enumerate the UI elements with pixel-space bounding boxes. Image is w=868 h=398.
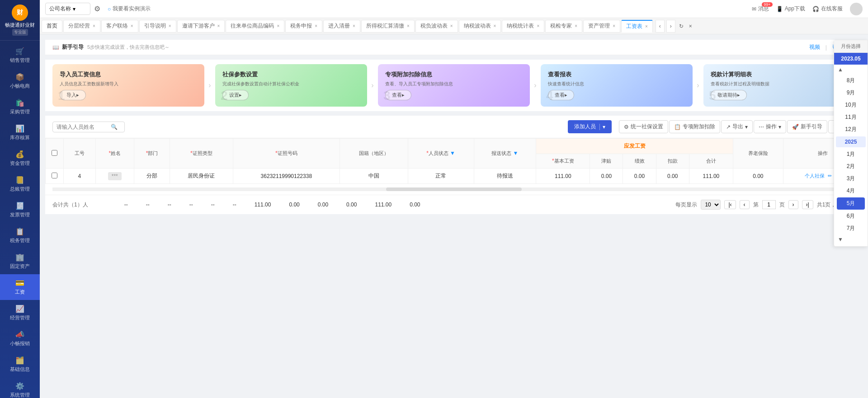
tab-zi-chan[interactable]: 资产管理 ×: [583, 20, 620, 33]
tab-na-shui-ji[interactable]: 纳税统计表 ×: [502, 20, 544, 33]
export-btn[interactable]: ↗ 导出 ▾: [721, 120, 753, 133]
tab-close-icon[interactable]: ×: [613, 23, 615, 28]
tab-home[interactable]: 首页: [42, 20, 62, 33]
tab-close-icon[interactable]: ×: [537, 23, 539, 28]
page-prev-btn[interactable]: ‹: [740, 200, 750, 209]
tab-yao-qing[interactable]: 邀请下游客户 ×: [177, 20, 225, 33]
search-input[interactable]: [57, 124, 111, 130]
add-person-btn[interactable]: 添加人员 ▾: [568, 120, 612, 133]
month-item-7[interactable]: 7月: [834, 222, 868, 234]
tab-close-icon[interactable]: ×: [277, 23, 279, 28]
month-item-11[interactable]: 11月: [834, 111, 868, 123]
tab-fen-ceng[interactable]: 分层经营 ×: [63, 20, 100, 33]
sidebar-item-invoice[interactable]: 🧾 发票管理: [0, 197, 40, 223]
search-icon[interactable]: 🔍: [111, 124, 118, 130]
tab-close-icon[interactable]: ×: [494, 23, 496, 28]
scrollbar-thumb[interactable]: [386, 187, 522, 191]
tab-na-shui-bo[interactable]: 纳税波动表 ×: [459, 20, 501, 33]
tab-shen-bao[interactable]: 税务申报 ×: [285, 20, 322, 33]
sidebar-item-marketing[interactable]: 📣 小畅报销: [0, 326, 40, 351]
tabs-next-btn[interactable]: ›: [666, 20, 675, 33]
sidebar-item-sales[interactable]: 🛒 销售管理: [0, 42, 40, 68]
company-dropdown[interactable]: 公司名称 ▾: [45, 3, 90, 15]
sidebar-item-tax[interactable]: 📋 税务管理: [0, 223, 40, 248]
unified-settings-btn[interactable]: ⚙ 统一社保设置: [619, 120, 668, 133]
status-filter-icon[interactable]: ▼: [450, 150, 455, 156]
sidebar-item-basic[interactable]: 🗂️ 基础信息: [0, 351, 40, 377]
tab-close-icon[interactable]: ×: [353, 23, 355, 28]
operations-btn[interactable]: ⋯ 操作 ▾: [754, 120, 786, 133]
th-employee-id: 工号: [64, 139, 96, 169]
select-all-checkbox[interactable]: [52, 150, 57, 156]
tab-mian-shui[interactable]: 税负波动表 ×: [415, 20, 458, 33]
sidebar-item-purchase[interactable]: 🛍️ 采购管理: [0, 94, 40, 120]
month-nav-up[interactable]: ▲: [837, 66, 844, 74]
demo-link[interactable]: ○ 我要看实例演示: [108, 5, 151, 13]
footer-performance-total: 0.00: [318, 201, 328, 208]
guide-book-icon: 📖: [52, 44, 59, 51]
month-item-12[interactable]: 12月: [834, 123, 868, 136]
sidebar-item-inventory[interactable]: 📊 库存核算: [0, 120, 40, 145]
tabs-close-btn[interactable]: ×: [687, 21, 694, 31]
step-5-btn[interactable]: 敬请期待▸: [711, 90, 747, 100]
month-item-5[interactable]: 5月: [837, 197, 865, 210]
tab-close-icon[interactable]: ×: [93, 23, 95, 28]
tab-close-icon[interactable]: ×: [450, 23, 453, 28]
row-checkbox[interactable]: [52, 173, 57, 178]
tab-suo-de-shui[interactable]: 所得税汇算清缴 ×: [361, 20, 415, 33]
support-btn[interactable]: 🎧 在线客服: [812, 5, 843, 13]
month-item-8[interactable]: 8月: [834, 75, 868, 87]
sidebar-item-finance[interactable]: 💰 资金管理: [0, 145, 40, 171]
new-guide-btn[interactable]: 🚀 新手引导: [787, 120, 827, 133]
tab-ke-hu[interactable]: 客户联络 ×: [101, 20, 138, 33]
tab-close-icon[interactable]: ×: [131, 23, 133, 28]
sidebar-item-label: 采购管理: [10, 108, 30, 115]
page-size-select[interactable]: 10 20 50: [701, 200, 721, 210]
sidebar-item-operations[interactable]: 📈 经营管理: [0, 300, 40, 326]
month-nav-down[interactable]: ▼: [837, 235, 844, 243]
settings-button[interactable]: ⚙: [94, 5, 100, 13]
guide-video-btn[interactable]: 视频: [809, 43, 820, 51]
footer-col3: --: [168, 201, 171, 208]
tab-close-icon[interactable]: ×: [407, 23, 410, 28]
row-action-social[interactable]: 个人社保: [805, 173, 825, 178]
tabs-prev-btn[interactable]: ‹: [656, 20, 665, 33]
tab-qing-ce[interactable]: 进入清册 ×: [323, 20, 360, 33]
tab-close-icon[interactable]: ×: [217, 23, 220, 28]
report-filter-icon[interactable]: ▼: [513, 150, 519, 156]
tab-shui-jian[interactable]: 税检专家 ×: [545, 20, 582, 33]
sidebar-item-assets[interactable]: 🏢 固定资产: [0, 248, 40, 274]
settings-icon: ⚙: [624, 124, 629, 130]
page-first-btn[interactable]: |‹: [724, 200, 736, 209]
month-item-3[interactable]: 3月: [834, 173, 868, 185]
special-deduction-label: 专项附加扣除: [683, 123, 715, 131]
month-item-2[interactable]: 2月: [834, 160, 868, 173]
page-next-btn[interactable]: ›: [788, 200, 798, 209]
page-input[interactable]: [762, 200, 776, 209]
app-download-btn[interactable]: 📱 App下载: [776, 5, 805, 13]
step-5-title: 税款计算明细表: [711, 70, 848, 79]
tab-wang-lai[interactable]: 往来单位商品编码 ×: [226, 20, 284, 33]
sidebar-item-ecommerce[interactable]: 📦 小畅电商: [0, 68, 40, 94]
page-last-btn[interactable]: ›|: [802, 200, 813, 209]
month-item-4[interactable]: 4月: [834, 185, 868, 197]
month-item-1[interactable]: 1月: [834, 148, 868, 160]
guide-title-text: 新手引导: [62, 43, 84, 51]
month-item-6[interactable]: 6月: [834, 210, 868, 222]
sidebar-item-system[interactable]: ⚙️ 系统管理: [0, 377, 40, 398]
tabs-refresh-btn[interactable]: ↻: [677, 21, 685, 31]
row-action-edit[interactable]: ✏: [828, 173, 832, 178]
tab-yin-dao[interactable]: 引导说明 ×: [139, 20, 176, 33]
tab-close-icon[interactable]: ×: [315, 23, 317, 28]
tab-close-icon[interactable]: ×: [575, 23, 577, 28]
sidebar-item-salary[interactable]: 💳 工资: [0, 274, 40, 300]
month-item-9[interactable]: 9月: [834, 87, 868, 99]
tab-gong-zi[interactable]: 工资表 ×: [621, 20, 653, 33]
user-avatar[interactable]: [850, 3, 863, 15]
tab-close-icon[interactable]: ×: [169, 23, 171, 28]
special-deduction-btn[interactable]: 📋 专项附加扣除: [669, 120, 720, 133]
message-btn[interactable]: ✉ 消息 99+: [752, 5, 769, 13]
month-item-10[interactable]: 10月: [834, 99, 868, 111]
sidebar-item-ledger[interactable]: 📒 总账管理: [0, 171, 40, 197]
tab-close-icon[interactable]: ×: [645, 24, 648, 29]
